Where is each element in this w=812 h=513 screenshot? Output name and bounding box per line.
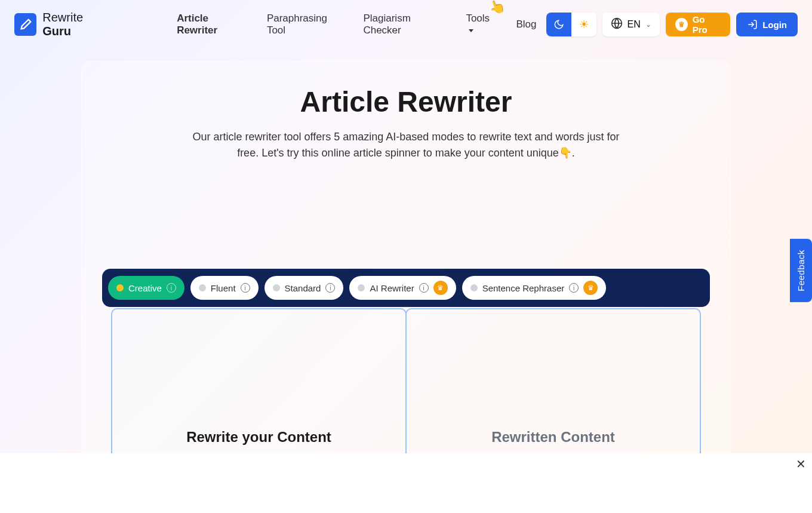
logo-text: Rewrite Guru — [42, 11, 113, 38]
theme-toggle: ☀ — [546, 13, 596, 36]
main: Article Rewriter Our article rewriter to… — [0, 49, 812, 461]
pointer-icon: 👆 — [487, 0, 508, 17]
tab-label: Fluent — [211, 283, 236, 293]
tab-label: AI Rewriter — [370, 283, 414, 293]
info-icon: i — [569, 283, 579, 293]
nav-blog[interactable]: Blog — [516, 19, 536, 30]
input-panel-title: Rewrite your Content — [186, 429, 331, 446]
pro-crown-icon: ♛ — [583, 281, 598, 295]
info-icon: i — [167, 283, 176, 293]
nav-tools[interactable]: Tools 👆 — [466, 13, 499, 36]
radio-dot — [199, 284, 206, 291]
dark-mode-button[interactable] — [546, 13, 571, 36]
main-nav: Article Rewriter Paraphrasing Tool Plagi… — [177, 13, 536, 36]
radio-dot — [358, 284, 365, 291]
header: Rewrite Guru Article Rewriter Paraphrasi… — [0, 0, 812, 49]
radio-dot — [470, 284, 478, 291]
editor-panels: Rewrite your Content Type or Paste (ctrl… — [102, 308, 710, 460]
radio-dot — [273, 284, 280, 291]
tabs-container: Creative i Fluent i Standard i AI Rewrit… — [82, 269, 730, 460]
pro-crown-icon: ♛ — [433, 281, 448, 295]
feedback-tab[interactable]: Feedback — [790, 239, 812, 302]
tab-label: Creative — [128, 283, 162, 293]
tab-label: Sentence Rephraser — [482, 283, 565, 293]
radio-dot — [116, 284, 124, 291]
output-panel-title: Rewritten Content — [491, 429, 615, 446]
input-panel[interactable]: Rewrite your Content Type or Paste (ctrl… — [111, 308, 407, 460]
language-select[interactable]: EN ⌄ — [602, 13, 660, 36]
language-label: EN — [628, 19, 641, 30]
content-card: Article Rewriter Our article rewriter to… — [81, 61, 731, 461]
light-mode-button[interactable]: ☀ — [571, 13, 596, 36]
info-icon: i — [419, 283, 429, 293]
crown-icon: ♛ — [675, 18, 688, 31]
page-title: Article Rewriter — [82, 85, 730, 118]
mode-tabs: Creative i Fluent i Standard i AI Rewrit… — [102, 269, 710, 307]
tab-creative[interactable]: Creative i — [108, 276, 184, 300]
logo-icon — [14, 13, 36, 36]
header-actions: ☀ EN ⌄ ♛ Go Pro Login — [546, 13, 798, 36]
info-icon: i — [241, 283, 250, 293]
tab-sentence-rephraser[interactable]: Sentence Rephraser i ♛ — [462, 276, 607, 300]
nav-paraphrasing[interactable]: Paraphrasing Tool — [267, 13, 347, 36]
login-button[interactable]: Login — [736, 13, 798, 36]
gopro-label: Go Pro — [693, 14, 721, 35]
login-icon — [747, 19, 758, 30]
tab-label: Standard — [285, 283, 321, 293]
page-subtitle: Our article rewriter tool offers 5 amazi… — [191, 129, 621, 161]
login-label: Login — [762, 20, 787, 30]
nav-article-rewriter[interactable]: Article Rewriter — [177, 13, 250, 36]
tab-fluent[interactable]: Fluent i — [190, 276, 259, 300]
logo[interactable]: Rewrite Guru — [14, 11, 113, 38]
gopro-button[interactable]: ♛ Go Pro — [666, 13, 730, 36]
chevron-down-icon: ⌄ — [645, 20, 651, 29]
tab-ai-rewriter[interactable]: AI Rewriter i ♛ — [349, 276, 456, 300]
nav-plagiarism[interactable]: Plagiarism Checker — [363, 13, 449, 36]
ad-bar: ✕ — [0, 453, 812, 513]
info-icon: i — [325, 283, 335, 293]
output-panel: Rewritten Content Results will be shown … — [405, 308, 701, 460]
tab-standard[interactable]: Standard i — [264, 276, 344, 300]
close-ad-button[interactable]: ✕ — [796, 457, 806, 471]
globe-icon — [611, 17, 623, 32]
